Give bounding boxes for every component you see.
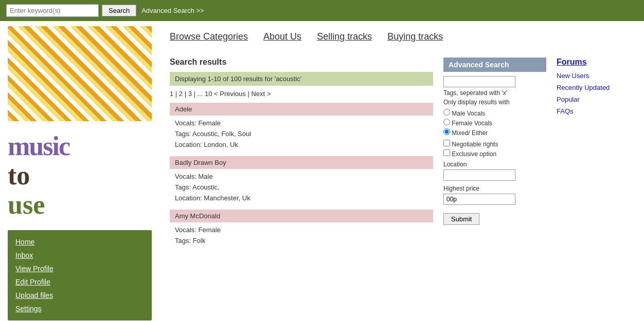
logo-text: music to use [0, 126, 159, 230]
content-body: Search results Displaying 1-10 of 100 re… [170, 58, 634, 252]
sidebar: music to use Home Inbox View Profile Edi… [0, 21, 159, 320]
radio-mixed-vocals[interactable]: Mixed/ Either [443, 128, 546, 137]
forums-new-users[interactable]: New Users [557, 72, 634, 80]
checkbox-exclusive-option[interactable]: Exclusive option [443, 149, 546, 158]
search-input[interactable] [6, 4, 99, 17]
sidebar-item-upload-files[interactable]: Upload files [8, 289, 152, 302]
logo-to: to [8, 161, 152, 190]
main-nav: Browse Categories About Us Selling track… [170, 21, 634, 50]
search-results-heading: Search results [170, 58, 433, 67]
radio-mixed-input[interactable] [443, 128, 450, 135]
location-label: Location [443, 161, 546, 168]
search-button[interactable]: Search [102, 5, 136, 16]
submit-button[interactable]: Submit [443, 213, 479, 225]
advanced-search-panel: Advanced Search Tags, seperated with 'x'… [443, 58, 546, 252]
checkbox-group: Negotiable rights Exclusive option [443, 140, 546, 158]
artist-tags: Tags: Folk [170, 235, 433, 246]
artist-tags: Tags: Acoustic, Folk, Soul [170, 128, 433, 139]
sidebar-item-settings[interactable]: Settings [8, 302, 152, 315]
artist-block: Badly Drawn Boy Vocals: Male Tags: Acous… [170, 156, 433, 203]
artist-name: Badly Drawn Boy [170, 156, 433, 169]
artist-block: Amy McDonald Vocals: Female Tags: Folk [170, 210, 433, 246]
radio-male-input[interactable] [443, 109, 450, 116]
logo-stripes [8, 26, 152, 121]
sidebar-item-view-profile[interactable]: View Profile [8, 262, 152, 275]
forums-popular[interactable]: Popular [557, 96, 634, 103]
advanced-search-tags-input[interactable] [443, 76, 515, 87]
sidebar-item-edit-profile[interactable]: Edit Profile [8, 275, 152, 289]
exclusive-option-checkbox[interactable] [443, 149, 450, 156]
artist-tags: Tags: Acoustic, [170, 182, 433, 193]
logo-music: music [8, 131, 69, 161]
nav-browse-categories[interactable]: Browse Categories [170, 31, 248, 42]
forums-title[interactable]: Forums [557, 58, 634, 67]
search-results: Search results Displaying 1-10 of 100 re… [170, 58, 433, 252]
radio-male-vocals[interactable]: Male Vocals [443, 109, 546, 117]
content-area: Browse Categories About Us Selling track… [159, 21, 644, 320]
top-search-bar: Search Advanced Search >> [0, 0, 644, 21]
advanced-search-title: Advanced Search [443, 58, 546, 72]
radio-female-vocals[interactable]: Female Vocals [443, 119, 546, 127]
nav-selling-tracks[interactable]: Selling tracks [317, 31, 372, 42]
adv-submit: Submit [443, 213, 546, 225]
sidebar-item-inbox[interactable]: Inbox [8, 249, 152, 262]
nav-about-us[interactable]: About Us [263, 31, 301, 42]
artist-name: Amy McDonald [170, 210, 433, 222]
forums-recently-updated[interactable]: Recently Updated [557, 84, 634, 91]
artist-block: Adele Vocals: Female Tags: Acoustic, Fol… [170, 103, 433, 150]
artist-vocals: Vocals: Female [170, 118, 433, 128]
highest-price-input[interactable] [443, 194, 515, 205]
forums-sidebar: Forums New Users Recently Updated Popula… [557, 58, 634, 252]
forums-faqs[interactable]: FAQs [557, 107, 634, 115]
sidebar-nav: Home Inbox View Profile Edit Profile Upl… [8, 230, 152, 320]
radio-female-input[interactable] [443, 119, 450, 125]
artist-vocals: Vocals: Female [170, 224, 433, 235]
artist-name: Adele [170, 103, 433, 116]
highest-price-label: Highest price [443, 185, 546, 192]
main-layout: music to use Home Inbox View Profile Edi… [0, 21, 644, 320]
advanced-search-link[interactable]: Advanced Search >> [141, 7, 204, 14]
checkbox-negotiable-rights[interactable]: Negotiable rights [443, 140, 546, 148]
nav-buying-tracks[interactable]: Buying tracks [387, 31, 443, 42]
only-display-label: Only display results with [443, 99, 546, 106]
negotiable-rights-checkbox[interactable] [443, 140, 450, 146]
radio-group: Male Vocals Female Vocals Mixed/ Either [443, 109, 546, 137]
artist-location: Location: London, Uk [170, 139, 433, 150]
pagination: 1 | 2 | 3 | ... 10 < Previous | Next > [170, 90, 433, 98]
tags-label: Tags, seperated with 'x' [443, 89, 546, 97]
logo-use: use [8, 190, 152, 219]
location-input[interactable] [443, 169, 515, 181]
artist-vocals: Vocals: Male [170, 171, 433, 182]
artist-location: Location: Manchester, Uk [170, 193, 433, 203]
result-summary: Displaying 1-10 of 100 results for 'acou… [170, 72, 433, 86]
sidebar-item-home[interactable]: Home [8, 235, 152, 249]
